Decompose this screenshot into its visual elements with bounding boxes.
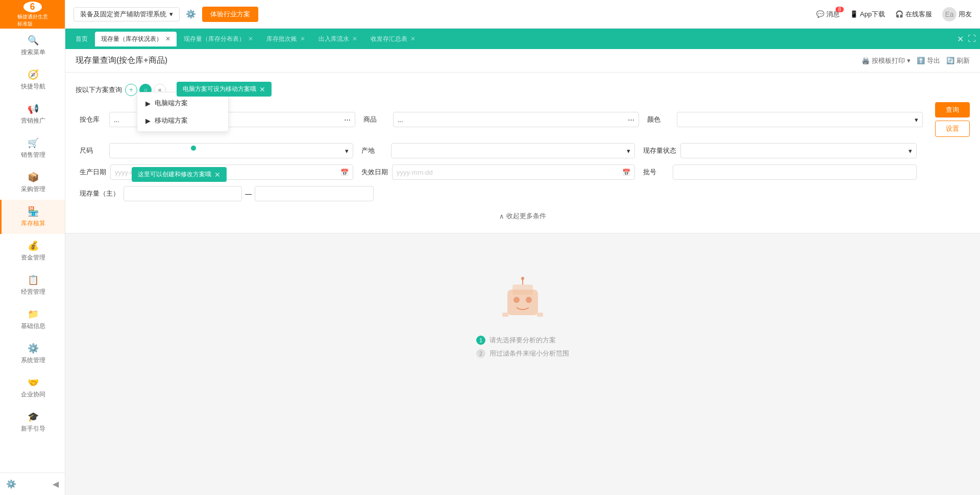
avatar-text: Ea (945, 10, 953, 18)
tooltip-add-close[interactable]: ✕ (259, 85, 265, 93)
sidebar-item-purchase[interactable]: 📦 采购管理 (0, 166, 65, 200)
stock-status-select[interactable]: ▾ (680, 143, 917, 158)
color-select[interactable]: ▾ (677, 112, 923, 127)
settings-bottom-icon[interactable]: ⚙️ (6, 479, 16, 489)
origin-select[interactable]: ▾ (391, 143, 635, 158)
collapse-sidebar-icon[interactable]: ◀ (53, 479, 59, 489)
add-scheme-btn[interactable]: + (125, 84, 137, 96)
refresh-label: 刷新 (957, 56, 970, 65)
app-download-action[interactable]: 📱 App下载 (850, 10, 885, 19)
tab-close-inventory-dist[interactable]: ✕ (248, 35, 253, 42)
filter-color: 颜色 ▾ (647, 102, 923, 137)
sidebar-item-finance[interactable]: 💰 资金管理 (0, 234, 65, 268)
message-action[interactable]: 💬 消息 8 (816, 10, 840, 19)
stock-qty-from[interactable] (124, 186, 242, 201)
operation-nav-icon: 📋 (28, 274, 39, 286)
main-content: 装备及固定资产辅助管理系统 ▾ ⚙️ 体验行业方案 💬 消息 8 📱 App下载… (65, 0, 980, 495)
filter-origin: 产地 ▾ (361, 143, 635, 158)
quicknav-nav-icon: 🧭 (28, 69, 39, 80)
svg-rect-6 (502, 313, 508, 317)
print-icon: 🖨️ (862, 57, 870, 64)
trial-button[interactable]: 体验行业方案 (202, 7, 258, 22)
tab-inventory-status[interactable]: 现存量（库存状况表） ✕ (95, 32, 177, 46)
expand-desktop-icon: ▶ (145, 100, 151, 107)
marketing-nav-icon: 📢 (28, 103, 39, 114)
svg-rect-1 (512, 285, 533, 295)
tab-label-inout: 出入库流水 (318, 35, 349, 43)
tab-home[interactable]: 首页 (69, 32, 94, 46)
exp-date-input[interactable]: yyyy-mm-dd 📅 (392, 164, 635, 180)
gear-button[interactable]: ⚙️ (186, 9, 196, 19)
app-download-label: App下载 (860, 10, 885, 19)
empty-illustration (497, 274, 548, 325)
sales-nav-icon: 🛒 (28, 137, 39, 149)
svg-point-2 (513, 297, 520, 303)
export-icon: ⬆️ (917, 57, 925, 64)
scheme-desktop-label: 电脑端方案 (155, 99, 188, 108)
tab-expand-icon[interactable]: ⛶ (968, 34, 976, 43)
empty-step-2: 2 用过滤条件来缩小分析范围 (476, 349, 569, 358)
stock-status-chevron-icon: ▾ (909, 147, 912, 155)
tab-close-inout[interactable]: ✕ (352, 35, 357, 42)
collapse-chevron-icon: ∧ (499, 213, 504, 220)
filter-stock-status: 现存量状态 ▾ (643, 143, 917, 158)
tab-close-receive[interactable]: ✕ (410, 35, 415, 42)
export-action[interactable]: ⬆️ 导出 (917, 56, 940, 65)
goods-placeholder: ... (398, 116, 403, 124)
sidebar-label-finance: 资金管理 (21, 253, 45, 262)
prod-date-cal-icon[interactable]: 📅 (340, 169, 349, 176)
header-right: 💬 消息 8 📱 App下载 🎧 在线客服 Ea 用友 (816, 7, 972, 21)
tab-inventory-dist[interactable]: 现存量（库存分布表） ✕ (178, 32, 259, 46)
refresh-icon: 🔄 (946, 57, 954, 64)
color-chevron-icon: ▾ (915, 116, 918, 124)
scheme-tooltip: 这里可以创建和修改方案哦 ✕ (132, 167, 227, 182)
sidebar-bottom: ⚙️ ◀ (0, 473, 65, 495)
search-button[interactable]: 查询 (935, 102, 970, 117)
app-selector[interactable]: 装备及固定资产辅助管理系统 ▾ (74, 7, 180, 21)
page-content: 现存量查询(按仓库+商品) 🖨️ 按模板打印 ▾ ⬆️ 导出 🔄 刷新 (65, 49, 980, 495)
batch-no-input[interactable] (673, 164, 917, 180)
user-label: 用友 (959, 10, 972, 19)
stock-qty-to[interactable] (255, 186, 373, 201)
sidebar-item-inventory[interactable]: 🏪 库存核算 (0, 200, 65, 234)
online-service-action[interactable]: 🎧 在线客服 (895, 10, 932, 19)
goods-select[interactable]: ... ⋯ (393, 112, 639, 127)
scheme-item-mobile[interactable]: ▶ 移动端方案 (137, 112, 228, 129)
add-scheme-dot (191, 146, 196, 151)
empty-steps: 1 请先选择要分析的方案 2 用过滤条件来缩小分析范围 (476, 336, 569, 358)
header-left: 装备及固定资产辅助管理系统 ▾ ⚙️ 体验行业方案 (74, 7, 258, 22)
tab-inout[interactable]: 出入库流水 ✕ (312, 32, 363, 46)
sidebar-label-newbie: 新手引导 (21, 425, 45, 433)
tab-close-batch[interactable]: ✕ (300, 35, 305, 42)
message-icon: 💬 (816, 10, 824, 18)
sidebar-item-quicknav[interactable]: 🧭 快捷导航 (0, 63, 65, 97)
exp-date-cal-icon[interactable]: 📅 (622, 169, 630, 176)
print-action[interactable]: 🖨️ 按模板打印 ▾ (862, 56, 911, 65)
sidebar-item-company[interactable]: 🤝 企业协同 (0, 371, 65, 405)
settings-button[interactable]: 设置 (935, 121, 970, 137)
tab-batch[interactable]: 库存批次账 ✕ (260, 32, 311, 46)
sidebar-item-newbie[interactable]: 🎓 新手引导 (0, 405, 65, 439)
sidebar-item-search[interactable]: 🔍 搜索菜单 (0, 29, 65, 63)
print-chevron-icon: ▾ (907, 57, 911, 64)
refresh-action[interactable]: 🔄 刷新 (946, 56, 970, 65)
size-select[interactable]: ▾ (109, 143, 353, 158)
scheme-item-desktop[interactable]: ▶ 电脑端方案 (137, 95, 228, 112)
svg-point-5 (521, 277, 524, 280)
tab-close-inventory-status[interactable]: ✕ (165, 35, 170, 42)
sidebar-item-operation[interactable]: 📋 经营管理 (0, 268, 65, 302)
user-action[interactable]: Ea 用友 (942, 7, 972, 21)
tooltip-add-text: 电脑方案可设为移动方案哦 (183, 85, 256, 93)
tab-close-all-icon[interactable]: ✕ (957, 34, 964, 44)
sidebar-item-basic[interactable]: 📁 基础信息 (0, 302, 65, 337)
collapse-button[interactable]: ∧ 收起更多条件 (495, 209, 550, 223)
sidebar-logo: 6 畅捷通好生意标准版 (0, 0, 65, 29)
step-1-text: 请先选择要分析的方案 (489, 336, 556, 345)
sidebar-label-quicknav: 快捷导航 (21, 82, 45, 91)
sidebar-item-marketing[interactable]: 📢 营销推广 (0, 97, 65, 131)
tab-receive[interactable]: 收发存汇总表 ✕ (364, 32, 422, 46)
tooltip-scheme-close[interactable]: ✕ (214, 171, 220, 179)
sidebar-item-system[interactable]: ⚙️ 系统管理 (0, 337, 65, 371)
sidebar-item-sales[interactable]: 🛒 销售管理 (0, 131, 65, 166)
stock-status-label: 现存量状态 (643, 146, 676, 155)
